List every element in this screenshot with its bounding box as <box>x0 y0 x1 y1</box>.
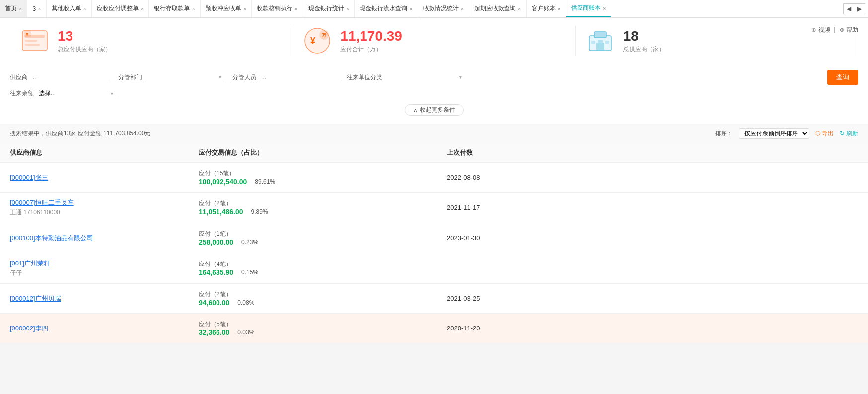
transaction-info-2: 应付（1笔） 258,000.00 0.23% <box>199 230 447 246</box>
nav-collection-stats-close[interactable]: × <box>461 6 464 12</box>
nav-bank-deposit-label: 银行存取款单 <box>154 4 190 13</box>
top-navigation: 首页 × 3 × 其他收入单 × 应收应付调整单 × 银行存取款单 × 预收冲应… <box>0 0 868 18</box>
summary-label-2: 应付合计（万） <box>340 45 402 54</box>
nav-prepay-close[interactable]: × <box>243 6 246 12</box>
nav-customer-ledger-close[interactable]: × <box>558 6 561 12</box>
results-actions: 排序： 按应付余额倒序排序 ⬡ 导出 ↻ 刷新 <box>715 128 858 139</box>
summary-card-2: ¥ 万 11,170.39 应付合计（万） <box>292 26 575 56</box>
collapse-section: ∧ 收起更多条件 <box>10 102 858 120</box>
nav-bank-deposit-close[interactable]: × <box>192 6 195 12</box>
last-pay-2: 2023-01-30 <box>447 234 858 242</box>
nav-cash-flow[interactable]: 现金银行流水查询 × <box>355 0 418 17</box>
table-row: [000100]本特勤油品有限公司 应付（1笔） 258,000.00 0.23… <box>0 223 868 253</box>
summary-section: ¥ 13 总应付供应商（家） ¥ 万 11,170.39 应付合计（万） <box>0 18 868 64</box>
collapse-label: 收起更多条件 <box>420 106 455 114</box>
nav-left-arrow[interactable]: ◀ <box>843 3 854 14</box>
trans-amount-4[interactable]: 94,600.00 <box>199 299 229 307</box>
table-row: [000012]广州贝瑞 应付（2笔） 94,600.00 0.08% 2021… <box>0 284 868 314</box>
dept-select[interactable] <box>145 73 224 82</box>
nav-home[interactable]: 首页 × <box>0 0 27 17</box>
results-text: 搜索结果中，供应商13家 应付金额 111,703,854.00元 <box>10 130 150 138</box>
filter-row-1: 供应商 分管部门 分管人员 往来单位分类 查询 <box>10 70 858 85</box>
summary-text-3: 18 总供应商（家） <box>623 28 665 54</box>
nav-collection-close[interactable]: × <box>294 6 297 12</box>
nav-cash-stats-close[interactable]: × <box>346 6 349 12</box>
nav-collection-stats-label: 收款情况统计 <box>423 4 459 13</box>
nav-overdue-close[interactable]: × <box>518 6 521 12</box>
trans-amount-0[interactable]: 100,092,540.00 <box>199 178 247 186</box>
nav-3-close[interactable]: × <box>38 6 41 12</box>
export-button[interactable]: ⬡ 导出 <box>815 130 834 138</box>
nav-overdue[interactable]: 超期应收款查询 × <box>469 0 526 17</box>
sort-select[interactable]: 按应付余额倒序排序 <box>739 128 809 139</box>
nav-right-arrow[interactable]: ▶ <box>854 3 865 14</box>
transaction-info-1: 应付（2笔） 11,051,486.00 9.89% <box>199 199 447 216</box>
video-link[interactable]: ⊙ 视频 <box>811 26 830 34</box>
balance-select[interactable]: 选择... <box>37 89 116 98</box>
nav-cash-stats[interactable]: 现金银行统计 × <box>303 0 355 17</box>
nav-supplier-ledger[interactable]: 供应商账本 × <box>566 0 611 17</box>
nav-cash-flow-close[interactable]: × <box>409 6 412 12</box>
supplier-input[interactable] <box>31 73 110 82</box>
last-pay-1: 2021-11-17 <box>447 204 858 211</box>
header-supplier: 供应商信息 <box>10 148 199 157</box>
nav-adjust[interactable]: 应收应付调整单 × <box>92 0 149 17</box>
trans-amount-5[interactable]: 32,366.00 <box>199 328 229 336</box>
supplier-link-0[interactable]: [000001]张三 <box>10 173 199 182</box>
last-pay-4: 2021-03-25 <box>447 295 858 302</box>
nav-customer-ledger[interactable]: 客户账本 × <box>527 0 566 17</box>
nav-bank-deposit[interactable]: 银行存取款单 × <box>149 0 200 17</box>
transaction-info-3: 应付（4笔） 164,635.90 0.15% <box>199 260 447 276</box>
person-input[interactable] <box>259 73 339 82</box>
svg-rect-2 <box>25 40 37 42</box>
transaction-info-5: 应付（5笔） 32,366.00 0.03% <box>199 320 447 336</box>
summary-card-1: ¥ 13 总应付供应商（家） <box>10 26 292 56</box>
supplier-link-2[interactable]: [000100]本特勤油品有限公司 <box>10 234 199 243</box>
video-label: 视频 <box>818 26 830 33</box>
transaction-info-0: 应付（15笔） 100,092,540.00 89.61% <box>199 169 447 186</box>
collapse-button[interactable]: ∧ 收起更多条件 <box>405 104 464 116</box>
filter-category: 往来单位分类 <box>347 73 465 82</box>
trans-percent-5: 0.03% <box>237 329 254 336</box>
category-select[interactable] <box>385 73 465 82</box>
svg-rect-14 <box>591 41 595 44</box>
category-label: 往来单位分类 <box>347 73 382 82</box>
collapse-up-icon: ∧ <box>413 107 418 114</box>
nav-adjust-close[interactable]: × <box>141 6 144 12</box>
filter-supplier: 供应商 <box>10 73 110 82</box>
supplier-sub-3: 仔仔 <box>10 269 199 277</box>
filter-section: 供应商 分管部门 分管人员 往来单位分类 查询 往来 <box>0 64 868 124</box>
search-button[interactable]: 查询 <box>827 70 858 85</box>
nav-other-income[interactable]: 其他收入单 × <box>47 0 92 17</box>
header-transaction: 应付交易信息（占比） <box>199 148 447 157</box>
supplier-info-3: [001]广州荣轩 仔仔 <box>10 259 199 277</box>
supplier-link-3[interactable]: [001]广州荣轩 <box>10 259 199 268</box>
supplier-info-5: [000002]李四 <box>10 324 199 333</box>
help-link[interactable]: ⊙ 帮助 <box>840 26 858 34</box>
nav-cash-flow-label: 现金银行流水查询 <box>360 4 407 13</box>
filter-balance: 往来余额 选择... <box>10 89 116 98</box>
refresh-button[interactable]: ↻ 刷新 <box>840 130 858 138</box>
header-lastpay: 上次付数 <box>447 148 858 157</box>
trans-percent-0: 89.61% <box>255 178 275 185</box>
nav-prepay[interactable]: 预收冲应收单 × <box>201 0 252 17</box>
supplier-link-4[interactable]: [000012]广州贝瑞 <box>10 294 199 303</box>
nav-3[interactable]: 3 × <box>27 0 46 17</box>
nav-supplier-ledger-close[interactable]: × <box>603 5 606 11</box>
nav-collection-stats[interactable]: 收款情况统计 × <box>418 0 469 17</box>
nav-home-close[interactable]: × <box>19 6 22 12</box>
nav-scroll-arrows: ◀ ▶ <box>840 3 868 14</box>
trans-amount-2[interactable]: 258,000.00 <box>199 238 233 246</box>
trans-percent-4: 0.08% <box>237 299 254 306</box>
help-icon: ⊙ <box>840 26 845 33</box>
trans-amount-1[interactable]: 11,051,486.00 <box>199 208 243 216</box>
nav-other-income-close[interactable]: × <box>83 6 86 12</box>
nav-collection[interactable]: 收款核销执行 × <box>252 0 303 17</box>
top-right-links: ⊙ 视频 | ⊙ 帮助 <box>811 26 858 34</box>
svg-text:¥: ¥ <box>310 36 315 46</box>
supplier-link-1[interactable]: [000007]恒旺二手叉车 <box>10 198 199 207</box>
supplier-link-5[interactable]: [000002]李四 <box>10 324 199 333</box>
trans-amount-3[interactable]: 164,635.90 <box>199 268 233 276</box>
dept-label: 分管部门 <box>118 73 142 82</box>
refresh-icon: ↻ <box>840 130 845 137</box>
